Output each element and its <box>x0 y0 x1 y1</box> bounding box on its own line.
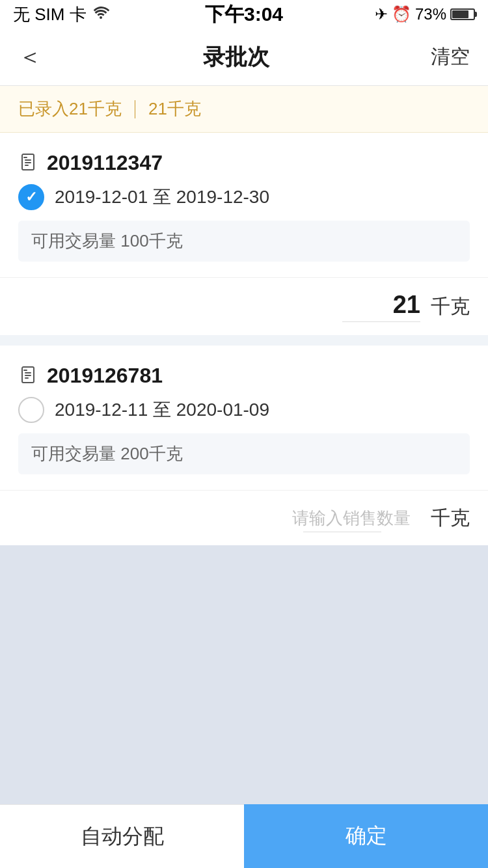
batch1-card: 2019112347 2019-12-01 至 2019-12-30 可用交易量… <box>0 133 488 335</box>
svg-rect-7 <box>25 375 31 376</box>
svg-rect-2 <box>25 162 31 163</box>
batch2-unit: 千克 <box>431 505 470 532</box>
confirm-button[interactable]: 确定 <box>244 804 488 868</box>
wifi-icon <box>92 6 110 23</box>
section-divider <box>0 335 488 346</box>
batch1-radio[interactable] <box>18 184 44 210</box>
status-left: 无 SIM 卡 <box>13 3 110 26</box>
battery-icon <box>450 8 475 20</box>
auto-distribute-button[interactable]: 自动分配 <box>0 804 244 868</box>
batch2-available: 可用交易量 200千克 <box>18 433 470 474</box>
batch2-doc-icon <box>18 364 42 388</box>
batch1-qty-value: 21 <box>393 291 420 319</box>
svg-rect-3 <box>25 165 29 166</box>
batch2-date-row[interactable]: 2019-12-11 至 2020-01-09 <box>18 397 470 423</box>
nav-bar: ＜ 录批次 清空 <box>0 29 488 86</box>
batch1-doc-icon <box>18 152 42 175</box>
batch2-header: 2019126781 <box>18 364 470 388</box>
batch1-id: 2019112347 <box>47 151 163 175</box>
batch2-input-row[interactable]: 千克 <box>0 490 488 545</box>
clear-button[interactable]: 清空 <box>431 44 470 70</box>
svg-rect-9 <box>23 370 27 371</box>
batch1-unit: 千克 <box>431 293 470 320</box>
recorded-label: 已录入21千克 <box>18 98 122 120</box>
location-icon: ✈ <box>375 5 388 23</box>
empty-area <box>0 545 488 806</box>
batch2-radio[interactable] <box>18 397 44 423</box>
batch2-id: 2019126781 <box>47 364 163 388</box>
batch2-card: 2019126781 2019-12-11 至 2020-01-09 可用交易量… <box>0 346 488 545</box>
batch1-available: 可用交易量 100千克 <box>18 221 470 262</box>
batch2-date: 2019-12-11 至 2020-01-09 <box>55 398 269 422</box>
alarm-icon: ⏰ <box>392 5 411 23</box>
batch1-header: 2019112347 <box>18 151 470 175</box>
status-bar: 无 SIM 卡 下午3:04 ✈ ⏰ 73% <box>0 0 488 29</box>
svg-rect-1 <box>25 159 31 161</box>
batch1-input-row: 21 千克 <box>0 277 488 335</box>
svg-rect-8 <box>25 377 29 379</box>
batch1-date-row[interactable]: 2019-12-01 至 2019-12-30 <box>18 184 470 210</box>
status-right: ✈ ⏰ 73% <box>375 5 475 23</box>
total-label: 21千克 <box>148 98 201 120</box>
battery-percent: 73% <box>415 5 446 23</box>
bottom-bar: 自动分配 确定 <box>0 804 488 868</box>
svg-rect-6 <box>25 372 31 373</box>
status-time: 下午3:04 <box>205 1 283 28</box>
summary-bar: 已录入21千克 21千克 <box>0 86 488 133</box>
batch1-date: 2019-12-01 至 2019-12-30 <box>55 185 269 210</box>
batch2-qty-input[interactable] <box>264 504 420 529</box>
summary-divider <box>135 100 135 118</box>
carrier-label: 无 SIM 卡 <box>13 3 87 26</box>
back-button[interactable]: ＜ <box>18 41 42 73</box>
page-title: 录批次 <box>203 42 269 72</box>
svg-rect-4 <box>23 157 27 158</box>
